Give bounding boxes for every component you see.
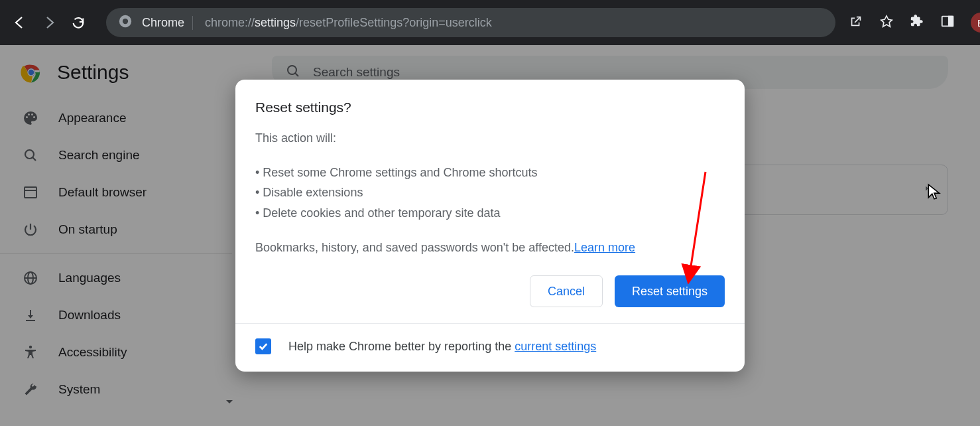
sidepanel-icon[interactable] — [940, 14, 955, 31]
svg-rect-3 — [949, 17, 953, 27]
share-icon[interactable] — [849, 14, 863, 31]
dialog-footer: Help make Chrome better by reporting the… — [235, 323, 745, 372]
site-info-icon[interactable] — [118, 14, 133, 32]
bullet-item: • Reset some Chrome settings and Chrome … — [255, 163, 725, 183]
bullet-item: • Disable extensions — [255, 182, 725, 203]
reset-settings-dialog: Reset settings? This action will: • Rese… — [235, 80, 745, 372]
current-settings-link[interactable]: current settings — [515, 340, 596, 353]
url-text: chrome://settings/resetProfileSettings?o… — [205, 16, 492, 30]
extensions-icon[interactable] — [910, 14, 924, 31]
dialog-title: Reset settings? — [255, 100, 725, 115]
address-bar[interactable]: Chrome chrome://settings/resetProfileSet… — [106, 8, 835, 37]
reset-settings-button[interactable]: Reset settings — [615, 275, 725, 307]
profile-avatar[interactable]: B — [971, 13, 980, 33]
bullet-item: • Delete cookies and other temporary sit… — [255, 203, 725, 224]
toolbar-right: B — [849, 13, 980, 33]
learn-more-link[interactable]: Learn more — [574, 241, 635, 254]
url-product-label: Chrome — [142, 16, 193, 30]
svg-point-1 — [123, 18, 128, 23]
bookmark-icon[interactable] — [879, 14, 894, 31]
footer-text: Help make Chrome better by reporting the… — [288, 340, 596, 354]
browser-toolbar: Chrome chrome://settings/resetProfileSet… — [0, 0, 980, 45]
dialog-intro: This action will: — [255, 129, 725, 148]
report-checkbox[interactable] — [255, 338, 271, 354]
back-button[interactable] — [12, 15, 28, 31]
dialog-note: Bookmarks, history, and saved passwords … — [255, 238, 725, 257]
dialog-buttons: Cancel Reset settings — [255, 275, 725, 307]
reload-button[interactable] — [70, 15, 86, 31]
page-content: Settings Search settings Appearance Sear… — [0, 45, 980, 426]
forward-button[interactable] — [41, 15, 57, 31]
nav-buttons — [12, 15, 86, 31]
dialog-bullets: • Reset some Chrome settings and Chrome … — [255, 163, 725, 224]
cancel-button[interactable]: Cancel — [530, 275, 603, 307]
